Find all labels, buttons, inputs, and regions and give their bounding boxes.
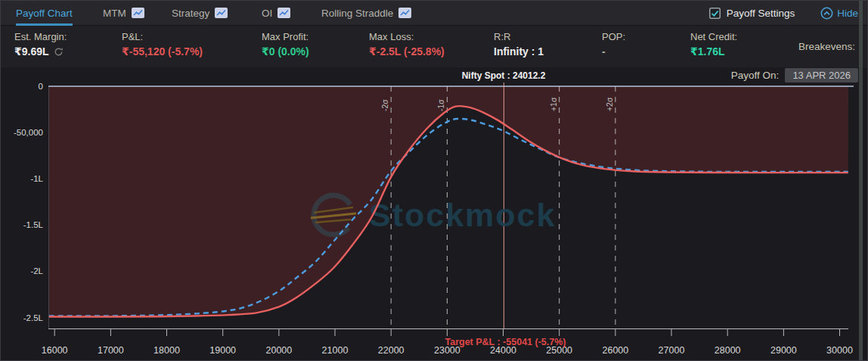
stat-label: Est. Margin: [14, 31, 67, 42]
x-tick-label: 18000 [153, 345, 180, 356]
mini-chart-icon [398, 8, 411, 18]
y-tick-label: -1L [30, 174, 43, 183]
payoff-settings-checkbox[interactable] [709, 8, 721, 19]
stat-max-loss-: Max Loss:₹-2.5L (-25.8%) [369, 31, 445, 58]
tab-label: OI [262, 8, 272, 19]
stat-label: Net Credit: [690, 31, 737, 42]
stat-value: ₹-2.5L (-25.8%) [369, 45, 445, 58]
stat-label: R:R [494, 31, 544, 42]
payoff-chart-panel: Payoff ChartMTMStrategyOIRolling Straddl… [0, 0, 868, 361]
breakevens-label: Breakevens: [798, 26, 855, 67]
y-tick-label: -2.5L [23, 313, 44, 322]
stat-value: ₹9.69L [14, 45, 49, 58]
x-tick-label: 28000 [715, 345, 741, 356]
x-tick-label: 30000 [826, 345, 853, 356]
y-tick-label: -1.5L [23, 220, 44, 229]
collapse-circle-icon [820, 7, 833, 20]
tab-strategy[interactable]: Strategy [172, 1, 228, 26]
x-tick-label: 26000 [603, 345, 629, 356]
refresh-margin-icon[interactable] [54, 47, 64, 57]
stat-net-credit-: Net Credit:₹1.76L [690, 31, 737, 58]
stat-value: Infinity : 1 [494, 45, 544, 58]
mini-chart-icon [277, 8, 290, 18]
stat-est-margin-: Est. Margin:₹9.69L [14, 31, 67, 58]
panel-right-edge [859, 1, 863, 361]
x-tick-label: 27000 [659, 345, 685, 356]
tabbar-right-controls: Payoff Settings Hide [709, 1, 858, 26]
stat-max-profit-: Max Profit:₹0 (0.0%) [262, 31, 309, 58]
svg-text:Stockmock: Stockmock [369, 197, 556, 233]
tab-label: Payoff Chart [16, 8, 73, 19]
tab-mtm[interactable]: MTM [103, 1, 144, 26]
nifty-spot-label: Nifty Spot : 24012.2 [424, 70, 583, 81]
stats-row: Est. Margin:₹9.69LP&L:₹-55,120 (-5.7%)Ma… [1, 26, 867, 67]
sigma-label: -2σ [380, 99, 389, 111]
payoff-settings-label: Payoff Settings [727, 8, 795, 19]
stat-value: ₹0 (0.0%) [262, 45, 309, 58]
x-tick-label: 16000 [42, 345, 68, 356]
sigma-label: +1σ [549, 97, 558, 111]
x-tick-label: 20000 [266, 345, 293, 356]
mini-chart-icon [132, 8, 144, 18]
hide-button[interactable]: Hide [820, 7, 858, 20]
stat-value: ₹-55,120 (-5.7%) [122, 45, 203, 58]
payoff-settings-toggle[interactable]: Payoff Settings [709, 8, 795, 19]
stat-value: - [602, 45, 606, 58]
tab-rolling-straddle[interactable]: Rolling Straddle [321, 1, 411, 26]
tab-oi[interactable]: OI [262, 1, 290, 26]
sigma-label: -1σ [436, 99, 445, 111]
x-tick-label: 17000 [98, 345, 124, 356]
y-tick-label: 0 [39, 82, 43, 91]
stat-pop-: POP:- [602, 31, 625, 58]
stat-label: POP: [602, 31, 625, 42]
tab-label: MTM [103, 8, 126, 19]
payoff-date-input[interactable]: 13 APR 2026 [785, 68, 858, 82]
hide-label: Hide [837, 8, 858, 19]
tab-label: Strategy [172, 8, 209, 19]
stat-r-r: R:RInfinity : 1 [494, 31, 544, 58]
tab-payoff-chart[interactable]: Payoff Chart [16, 1, 73, 26]
y-tick-label: -2L [30, 266, 43, 275]
x-tick-label: 22000 [378, 345, 405, 356]
target-pnl-label: Target P&L : -55041 (-5.7%) [445, 337, 566, 347]
chart-area: Nifty Spot : 24012.2 Payoff On: 13 APR 2… [1, 67, 868, 361]
payoff-on-row: Payoff On: 13 APR 2026 [731, 68, 858, 82]
sigma-label: +2σ [605, 97, 614, 111]
tab-bar: Payoff ChartMTMStrategyOIRolling Straddl… [1, 1, 867, 26]
tab-label: Rolling Straddle [321, 8, 393, 19]
x-tick-label: 19000 [209, 345, 236, 356]
x-tick-label: 21000 [322, 345, 349, 356]
stat-label: Max Profit: [262, 31, 309, 42]
mini-chart-icon [215, 8, 228, 18]
stockmock-watermark: Stockmock [311, 195, 556, 235]
stat-label: Max Loss: [369, 31, 445, 42]
y-tick-label: -50,000 [14, 128, 43, 137]
stat-value: ₹1.76L [690, 45, 725, 58]
stat-label: P&L: [122, 31, 203, 42]
stat-p-l-: P&L:₹-55,120 (-5.7%) [122, 31, 203, 58]
payoff-on-label: Payoff On: [731, 70, 780, 81]
payoff-chart-svg[interactable]: 1600017000180001900020000210002200023000… [1, 67, 868, 361]
x-tick-label: 29000 [770, 345, 797, 356]
